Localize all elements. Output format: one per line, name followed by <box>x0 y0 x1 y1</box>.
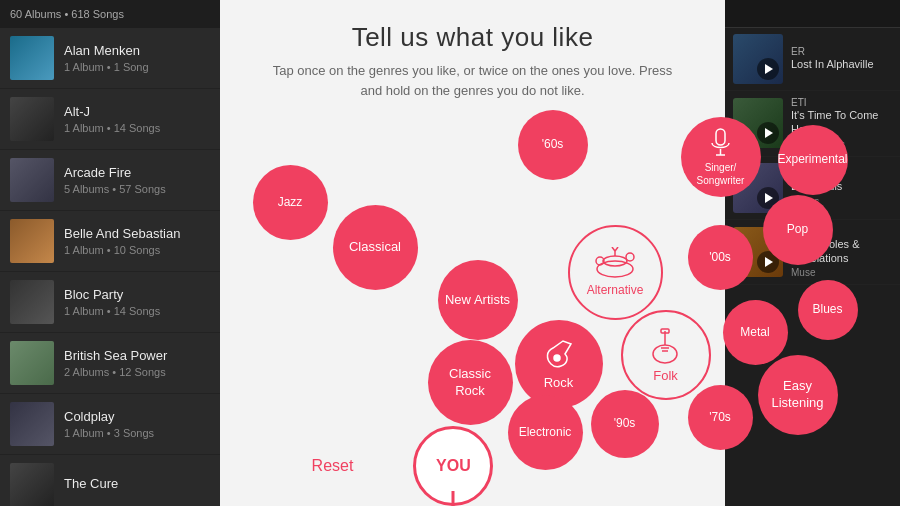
sidebar-item-arcade-fire[interactable]: Arcade Fire 5 Albums • 57 Songs <box>0 150 220 211</box>
sidebar-thumb-alan-menken <box>10 36 54 80</box>
bubble-sixties[interactable]: '60s <box>518 110 588 180</box>
sidebar-meta-belle-sebastian: 1 Album • 10 Songs <box>64 244 210 256</box>
bubble-pop[interactable]: Pop <box>763 195 833 265</box>
reset-button[interactable]: Reset <box>312 457 354 475</box>
sidebar-meta-bloc-party: 1 Album • 14 Songs <box>64 305 210 317</box>
bubble-jazz[interactable]: Jazz <box>253 165 328 240</box>
right-info-lost-in-alphaville: ER Lost In Alphaville <box>791 46 892 71</box>
sidebar-info-bloc-party: Bloc Party 1 Album • 14 Songs <box>64 287 210 318</box>
modal-subtitle: Tap once on the genres you like, or twic… <box>263 61 683 100</box>
sidebar-artist-the-cure: The Cure <box>64 476 210 493</box>
bubble-folk[interactable]: Folk <box>621 310 711 400</box>
modal-title: Tell us what you like <box>352 22 594 53</box>
bubble-alternative[interactable]: Alternative <box>568 225 663 320</box>
right-label-lost-in-alphaville: ER <box>791 46 892 57</box>
sidebar-info-arcade-fire: Arcade Fire 5 Albums • 57 Songs <box>64 165 210 196</box>
right-artist-black-holes: Muse <box>791 267 892 278</box>
sidebar-item-bloc-party[interactable]: Bloc Party 1 Album • 14 Songs <box>0 272 220 333</box>
sidebar-info-belle-sebastian: Belle And Sebastian 1 Album • 10 Songs <box>64 226 210 257</box>
bubble-metal-label: Metal <box>735 325 774 341</box>
sidebar-info-alan-menken: Alan Menken 1 Album • 1 Song <box>64 43 210 74</box>
play-button-its-time[interactable] <box>757 122 779 144</box>
bubble-classical[interactable]: Classical <box>333 205 418 290</box>
sidebar-info-the-cure: The Cure <box>64 476 210 495</box>
bubble-experimental[interactable]: Experimental <box>778 125 848 195</box>
sidebar-artist-coldplay: Coldplay <box>64 409 210 426</box>
bubble-new-artists[interactable]: New Artists <box>438 260 518 340</box>
play-icon-lost-in-alphaville <box>765 64 773 74</box>
sidebar-artist-british-sea-power: British Sea Power <box>64 348 210 365</box>
bubble-classic-rock-label: Classic Rock <box>428 366 513 400</box>
sidebar-artist-alt-j: Alt-J <box>64 104 210 121</box>
sidebar-artist-bloc-party: Bloc Party <box>64 287 210 304</box>
play-icon-its-time <box>765 128 773 138</box>
sidebar-item-belle-sebastian[interactable]: Belle And Sebastian 1 Album • 10 Songs <box>0 211 220 272</box>
bubble-easy-listening[interactable]: Easy Listening <box>758 355 838 435</box>
sidebar-item-british-sea-power[interactable]: British Sea Power 2 Albums • 12 Songs <box>0 333 220 394</box>
bubble-electronic[interactable]: Electronic <box>508 395 583 470</box>
bubble-blues[interactable]: Blues <box>798 280 858 340</box>
play-icon-black-holes <box>765 257 773 267</box>
bubble-seventies[interactable]: '70s <box>688 385 753 450</box>
sidebar-thumb-the-cure <box>10 463 54 506</box>
bubble-noughties[interactable]: '00s <box>688 225 753 290</box>
bubble-new-artists-label: New Artists <box>440 292 515 309</box>
bubble-noughties-label: '00s <box>704 250 736 266</box>
bubble-nineties[interactable]: '90s <box>591 390 659 458</box>
sidebar-info-coldplay: Coldplay 1 Album • 3 Songs <box>64 409 210 440</box>
you-label: YOU <box>436 457 471 475</box>
bubble-nineties-label: '90s <box>609 416 641 432</box>
sidebar-list: Alan Menken 1 Album • 1 Song Alt-J 1 Alb… <box>0 28 220 506</box>
sidebar-thumb-alt-j <box>10 97 54 141</box>
right-thumb-lost-in-alphaville <box>733 34 783 84</box>
right-title-lost-in-alphaville: Lost In Alphaville <box>791 57 892 71</box>
genre-selection-modal: Tell us what you like Tap once on the ge… <box>220 0 725 506</box>
right-header <box>725 0 900 28</box>
svg-point-3 <box>626 253 634 261</box>
genre-bubbles-container: Alternative Rock <box>233 105 713 416</box>
bubble-blues-label: Blues <box>807 302 847 318</box>
bubble-singer-songwriter[interactable]: Singer/Songwriter <box>681 117 761 197</box>
sidebar-meta-british-sea-power: 2 Albums • 12 Songs <box>64 366 210 378</box>
bubble-rock-label: Rock <box>544 375 574 392</box>
bubble-classic-rock[interactable]: Classic Rock <box>428 340 513 425</box>
bubble-metal[interactable]: Metal <box>723 300 788 365</box>
sidebar-thumb-coldplay <box>10 402 54 446</box>
sidebar-artist-belle-sebastian: Belle And Sebastian <box>64 226 210 243</box>
bubble-easy-listening-label: Easy Listening <box>758 378 838 412</box>
sidebar-item-alt-j[interactable]: Alt-J 1 Album • 14 Songs <box>0 89 220 150</box>
play-icon-lost-souls <box>765 193 773 203</box>
sidebar-item-alan-menken[interactable]: Alan Menken 1 Album • 1 Song <box>0 28 220 89</box>
svg-rect-13 <box>716 129 725 145</box>
right-label-its-time: ETI <box>791 97 892 108</box>
svg-point-7 <box>554 355 560 361</box>
bubble-electronic-label: Electronic <box>514 425 577 441</box>
bubble-pop-label: Pop <box>782 222 813 238</box>
play-button-lost-in-alphaville[interactable] <box>757 58 779 80</box>
sidebar-meta-arcade-fire: 5 Albums • 57 Songs <box>64 183 210 195</box>
sidebar-artist-arcade-fire: Arcade Fire <box>64 165 210 182</box>
svg-line-6 <box>615 247 618 251</box>
sidebar-meta-alt-j: 1 Album • 14 Songs <box>64 122 210 134</box>
sidebar-item-coldplay[interactable]: Coldplay 1 Album • 3 Songs <box>0 394 220 455</box>
bubble-experimental-label: Experimental <box>772 152 852 168</box>
sidebar-info-alt-j: Alt-J 1 Album • 14 Songs <box>64 104 210 135</box>
bubble-jazz-label: Jazz <box>273 195 308 211</box>
sidebar-artist-alan-menken: Alan Menken <box>64 43 210 60</box>
sidebar-thumb-british-sea-power <box>10 341 54 385</box>
bubble-singer-songwriter-label: Singer/Songwriter <box>697 161 745 187</box>
sidebar-item-the-cure[interactable]: The Cure <box>0 455 220 506</box>
sidebar-header: 60 Albums • 618 Songs <box>0 0 220 28</box>
bubble-seventies-label: '70s <box>704 410 736 426</box>
bubble-rock[interactable]: Rock <box>515 320 603 408</box>
left-sidebar: 60 Albums • 618 Songs Alan Menken 1 Albu… <box>0 0 220 506</box>
you-circle: YOU <box>413 426 493 506</box>
sidebar-thumb-arcade-fire <box>10 158 54 202</box>
right-item-lost-in-alphaville[interactable]: ER Lost In Alphaville <box>725 28 900 91</box>
bubble-alternative-label: Alternative <box>587 283 644 299</box>
bubble-classical-label: Classical <box>344 239 406 256</box>
sidebar-meta-alan-menken: 1 Album • 1 Song <box>64 61 210 73</box>
bubble-folk-label: Folk <box>653 368 678 385</box>
sidebar-info-british-sea-power: British Sea Power 2 Albums • 12 Songs <box>64 348 210 379</box>
sidebar-meta-coldplay: 1 Album • 3 Songs <box>64 427 210 439</box>
